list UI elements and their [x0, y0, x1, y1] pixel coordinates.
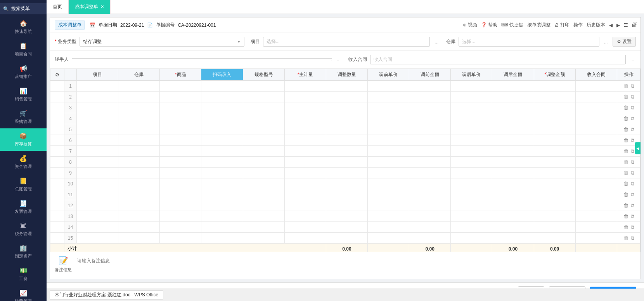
- row-adj-amount-cell[interactable]: [534, 146, 575, 157]
- row-post-unit-price-cell[interactable]: [451, 200, 492, 211]
- row-spec-cell[interactable]: [243, 135, 284, 146]
- sidebar-item-quick-nav[interactable]: 🏠 快速导航: [0, 16, 47, 38]
- row-project-cell[interactable]: [77, 200, 118, 211]
- row-income-contract-cell[interactable]: [575, 102, 617, 113]
- row-scan-cell[interactable]: [201, 146, 243, 157]
- row-spec-cell[interactable]: [243, 211, 284, 222]
- row-post-amount-cell[interactable]: [492, 211, 534, 222]
- row-income-contract-cell[interactable]: [575, 135, 617, 146]
- row-delete-icon[interactable]: 🗑: [623, 202, 628, 209]
- row-adj-amount-cell[interactable]: [534, 211, 575, 222]
- row-product-cell[interactable]: [160, 157, 201, 168]
- search-menu-button[interactable]: 🔍 搜索菜单: [0, 3, 47, 14]
- row-spec-cell[interactable]: [243, 178, 284, 189]
- row-income-contract-cell[interactable]: [575, 233, 617, 244]
- row-delete-icon[interactable]: 🗑: [623, 235, 628, 241]
- row-pre-unit-price-cell[interactable]: [367, 211, 409, 222]
- row-product-cell[interactable]: [160, 135, 201, 146]
- row-scan-cell[interactable]: [201, 233, 243, 244]
- row-adj-qty-cell[interactable]: [326, 168, 367, 178]
- sidebar-item-project-contract[interactable]: 📋 项目合同: [0, 38, 47, 61]
- row-spec-cell[interactable]: [243, 113, 284, 124]
- row-main-qty-cell[interactable]: [284, 233, 326, 244]
- row-pre-amount-cell[interactable]: [409, 113, 451, 124]
- project-dots-button[interactable]: ...: [433, 39, 440, 45]
- row-pre-amount-cell[interactable]: [409, 211, 451, 222]
- row-income-contract-cell[interactable]: [575, 157, 617, 168]
- row-warehouse-cell[interactable]: [118, 189, 160, 200]
- row-pre-unit-price-cell[interactable]: [367, 178, 409, 189]
- warehouse-input[interactable]: 选择...: [459, 37, 599, 47]
- row-pre-unit-price-cell[interactable]: [367, 146, 409, 157]
- sidebar-item-capital-mgmt[interactable]: 💰 资金管理: [0, 151, 47, 173]
- sidebar-item-fixed-assets[interactable]: 🏢 固定资产: [0, 240, 47, 263]
- row-product-cell[interactable]: [160, 102, 201, 113]
- row-delete-icon[interactable]: 🗑: [623, 148, 628, 154]
- row-project-cell[interactable]: [77, 233, 118, 244]
- row-copy-icon[interactable]: ⧉: [631, 181, 634, 187]
- row-pre-unit-price-cell[interactable]: [367, 168, 409, 178]
- row-post-amount-cell[interactable]: [492, 92, 534, 102]
- row-post-unit-price-cell[interactable]: [451, 135, 492, 146]
- row-main-qty-cell[interactable]: [284, 92, 326, 102]
- row-spec-cell[interactable]: [243, 92, 284, 102]
- row-main-qty-cell[interactable]: [284, 178, 326, 189]
- row-project-cell[interactable]: [77, 92, 118, 102]
- row-scan-cell[interactable]: [201, 200, 243, 211]
- row-pre-unit-price-cell[interactable]: [367, 157, 409, 168]
- row-copy-icon[interactable]: ⧉: [631, 105, 634, 111]
- row-pre-amount-cell[interactable]: [409, 81, 451, 92]
- row-adj-amount-cell[interactable]: [534, 102, 575, 113]
- biz-type-input[interactable]: 结存调整 ▼: [80, 37, 244, 47]
- row-project-cell[interactable]: [77, 81, 118, 92]
- row-adj-amount-cell[interactable]: [534, 157, 575, 168]
- sidebar-item-sales-promo[interactable]: 📢 营销推广: [0, 61, 47, 83]
- row-warehouse-cell[interactable]: [118, 200, 160, 211]
- tab-home[interactable]: 首页: [47, 0, 69, 14]
- row-warehouse-cell[interactable]: [118, 233, 160, 244]
- row-copy-icon[interactable]: ⧉: [631, 116, 634, 122]
- row-product-cell[interactable]: [160, 222, 201, 233]
- row-pre-amount-cell[interactable]: [409, 189, 451, 200]
- row-post-unit-price-cell[interactable]: [451, 146, 492, 157]
- row-pre-unit-price-cell[interactable]: [367, 92, 409, 102]
- row-adj-qty-cell[interactable]: [326, 113, 367, 124]
- date-value[interactable]: 2022-09-21: [120, 22, 144, 28]
- row-pre-amount-cell[interactable]: [409, 102, 451, 113]
- row-project-cell[interactable]: [77, 135, 118, 146]
- action-operations[interactable]: 操作: [573, 22, 583, 28]
- sidebar-item-ops-mgmt[interactable]: 📈 经营管理: [0, 285, 47, 301]
- row-project-cell[interactable]: [77, 124, 118, 135]
- row-post-unit-price-cell[interactable]: [451, 178, 492, 189]
- row-product-cell[interactable]: [160, 146, 201, 157]
- row-main-qty-cell[interactable]: [284, 222, 326, 233]
- row-adj-amount-cell[interactable]: [534, 233, 575, 244]
- sidebar-item-payroll[interactable]: 💵 工资: [0, 263, 47, 285]
- row-spec-cell[interactable]: [243, 124, 284, 135]
- row-pre-amount-cell[interactable]: [409, 222, 451, 233]
- row-income-contract-cell[interactable]: [575, 178, 617, 189]
- row-adj-amount-cell[interactable]: [534, 92, 575, 102]
- row-delete-icon[interactable]: 🗑: [623, 170, 628, 176]
- row-delete-icon[interactable]: 🗑: [623, 159, 628, 165]
- col-header-post-amount[interactable]: 调后金额: [492, 69, 534, 81]
- row-pre-unit-price-cell[interactable]: [367, 189, 409, 200]
- row-project-cell[interactable]: [77, 113, 118, 124]
- row-project-cell[interactable]: [77, 211, 118, 222]
- action-history[interactable]: 历史版本: [587, 22, 605, 28]
- row-adj-amount-cell[interactable]: [534, 113, 575, 124]
- row-pre-unit-price-cell[interactable]: [367, 222, 409, 233]
- doc-close-button[interactable]: ✕: [633, 21, 637, 27]
- row-copy-icon[interactable]: ⧉: [631, 148, 634, 154]
- row-adj-amount-cell[interactable]: [534, 222, 575, 233]
- row-copy-icon[interactable]: ⧉: [631, 83, 634, 89]
- row-project-cell[interactable]: [77, 189, 118, 200]
- row-adj-qty-cell[interactable]: [326, 81, 367, 92]
- row-delete-icon[interactable]: 🗑: [623, 137, 628, 144]
- row-scan-cell[interactable]: [201, 92, 243, 102]
- row-post-unit-price-cell[interactable]: [451, 211, 492, 222]
- row-project-cell[interactable]: [77, 168, 118, 178]
- row-scan-cell[interactable]: [201, 135, 243, 146]
- sidebar-item-ledger-mgmt[interactable]: 📒 总账管理: [0, 173, 47, 196]
- row-adj-amount-cell[interactable]: [534, 124, 575, 135]
